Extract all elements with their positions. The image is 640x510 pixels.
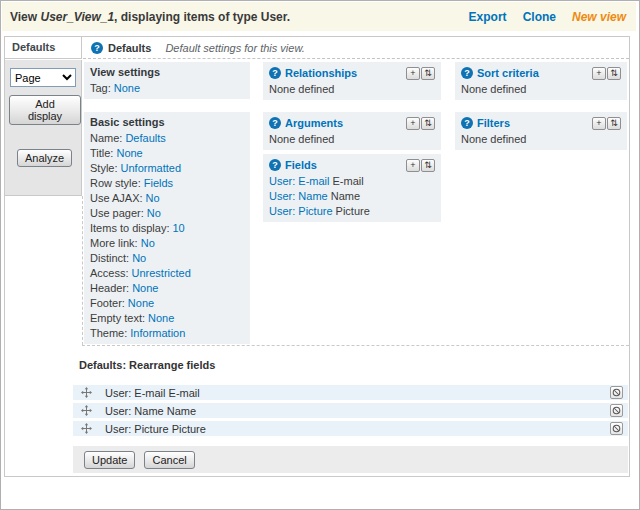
- rearrange-arguments-button[interactable]: ⇅: [421, 117, 435, 130]
- rearrange-sorts-button[interactable]: ⇅: [607, 67, 621, 80]
- arguments-title-link[interactable]: Arguments: [285, 116, 343, 131]
- sort-criteria-title-link[interactable]: Sort criteria: [477, 66, 539, 81]
- setting-label: Tag:: [90, 82, 111, 94]
- field-link[interactable]: User: Picture: [269, 205, 333, 217]
- rearrange-relationships-button[interactable]: ⇅: [421, 67, 435, 80]
- setting-label: Access:: [90, 267, 129, 279]
- settings-bottom-divider: [82, 345, 629, 346]
- setting-label: Name:: [90, 132, 122, 144]
- setting-label: Header:: [90, 282, 129, 294]
- remove-field-icon[interactable]: [610, 404, 623, 417]
- field-label: Picture: [336, 205, 370, 217]
- update-button[interactable]: Update: [84, 451, 135, 469]
- filters-box: ? Filters + ⇅ None defined: [455, 112, 627, 150]
- help-icon[interactable]: ?: [269, 159, 281, 171]
- setting-value-link[interactable]: Information: [130, 327, 185, 339]
- setting-row: Footer:None: [90, 296, 244, 311]
- setting-value-link[interactable]: Unrestricted: [132, 267, 191, 279]
- help-icon[interactable]: ?: [461, 67, 473, 79]
- setting-row: Style:Unformatted: [90, 161, 244, 176]
- add-argument-button[interactable]: +: [406, 117, 420, 130]
- cancel-button[interactable]: Cancel: [144, 451, 194, 469]
- setting-row: Items to display:10: [90, 221, 244, 236]
- basic-settings-box: Basic settings Name:Defaults Title:None …: [84, 112, 250, 344]
- setting-row: Theme:Information: [90, 326, 244, 341]
- drag-row: User: E-mail E-mail: [73, 385, 628, 400]
- help-icon[interactable]: ?: [269, 117, 281, 129]
- drag-handle-icon[interactable]: [81, 405, 92, 416]
- filters-title-link[interactable]: Filters: [477, 116, 510, 131]
- setting-value-link[interactable]: No: [141, 237, 155, 249]
- setting-value-link[interactable]: No: [132, 252, 146, 264]
- sort-criteria-empty-text: None defined: [461, 82, 621, 97]
- remove-field-icon[interactable]: [610, 422, 623, 435]
- export-link[interactable]: Export: [469, 10, 507, 24]
- fields-title-link[interactable]: Fields: [285, 158, 317, 173]
- view-name: User_View_1: [40, 10, 114, 24]
- setting-label: Style:: [90, 162, 118, 174]
- setting-row: Tag:None: [90, 81, 244, 96]
- setting-row: Empty text:None: [90, 311, 244, 326]
- drag-handle-icon[interactable]: [81, 387, 92, 398]
- setting-value-link[interactable]: None: [148, 312, 174, 324]
- view-settings-title: View settings: [90, 65, 244, 81]
- setting-label: Empty text:: [90, 312, 145, 324]
- arguments-empty-text: None defined: [269, 132, 435, 147]
- rearrange-fields-button[interactable]: ⇅: [421, 159, 435, 172]
- setting-value-link[interactable]: 10: [172, 222, 184, 234]
- tab-defaults[interactable]: Defaults: [5, 37, 82, 59]
- views-ui-page: View User_View_1, displaying items of ty…: [0, 0, 640, 510]
- help-icon[interactable]: ?: [269, 67, 281, 79]
- setting-value-link[interactable]: Unformatted: [121, 162, 182, 174]
- display-type-select[interactable]: Page: [10, 68, 76, 87]
- rearrange-fields-form: Defaults: Rearrange fields User: E-mail …: [73, 351, 628, 473]
- field-link[interactable]: User: E-mail: [269, 175, 330, 187]
- relationships-box: ? Relationships + ⇅ None defined: [263, 62, 441, 100]
- setting-row: Title:None: [90, 146, 244, 161]
- display-header-description: Default settings for this view.: [165, 42, 304, 54]
- setting-label: Footer:: [90, 297, 125, 309]
- help-icon[interactable]: ?: [461, 117, 473, 129]
- view-title: View User_View_1, displaying items of ty…: [10, 10, 469, 24]
- setting-value-link[interactable]: No: [146, 192, 160, 204]
- drag-handle-icon[interactable]: [81, 423, 92, 434]
- display-header-title: Defaults: [108, 42, 151, 54]
- new-view-link[interactable]: New view: [572, 10, 626, 24]
- field-label: E-mail: [333, 175, 364, 187]
- clone-link[interactable]: Clone: [523, 10, 556, 24]
- analyze-button[interactable]: Analyze: [17, 149, 72, 167]
- add-sort-button[interactable]: +: [592, 67, 606, 80]
- add-field-button[interactable]: +: [406, 159, 420, 172]
- sidebar-divider: [82, 196, 83, 345]
- view-title-suffix: , displaying items of type User.: [114, 10, 290, 24]
- remove-field-icon[interactable]: [610, 386, 623, 399]
- setting-value-link[interactable]: None: [114, 82, 140, 94]
- help-icon[interactable]: ?: [91, 42, 103, 54]
- add-display-button[interactable]: Add display: [9, 95, 81, 125]
- setting-row: Name:Defaults: [90, 131, 244, 146]
- views-edit-container: Defaults ? Defaults Default settings for…: [4, 36, 630, 477]
- filters-empty-text: None defined: [461, 132, 621, 147]
- setting-value-link[interactable]: None: [128, 297, 154, 309]
- setting-value-link[interactable]: None: [116, 147, 142, 159]
- relationships-empty-text: None defined: [269, 82, 435, 97]
- fields-header: ? Fields + ⇅: [269, 157, 435, 173]
- drag-row-label: User: E-mail E-mail: [105, 387, 200, 399]
- add-relationship-button[interactable]: +: [406, 67, 420, 80]
- setting-label: Use pager:: [90, 207, 144, 219]
- arguments-header: ? Arguments + ⇅: [269, 115, 435, 131]
- arguments-box: ? Arguments + ⇅ None defined: [263, 112, 441, 150]
- field-link[interactable]: User: Name: [269, 190, 328, 202]
- relationships-title-link[interactable]: Relationships: [285, 66, 357, 81]
- drag-rows: User: E-mail E-mail User: Name Name User…: [73, 385, 628, 436]
- add-filter-button[interactable]: +: [592, 117, 606, 130]
- view-settings-box: View settings Tag:None: [84, 62, 250, 99]
- setting-value-link[interactable]: Defaults: [125, 132, 165, 144]
- setting-value-link[interactable]: None: [132, 282, 158, 294]
- setting-value-link[interactable]: No: [147, 207, 161, 219]
- setting-value-link[interactable]: Fields: [144, 177, 173, 189]
- display-controls-panel: Page Add display Analyze: [5, 60, 82, 196]
- rearrange-filters-button[interactable]: ⇅: [607, 117, 621, 130]
- view-action-links: Export Clone New view: [469, 10, 626, 24]
- setting-row: Row style:Fields: [90, 176, 244, 191]
